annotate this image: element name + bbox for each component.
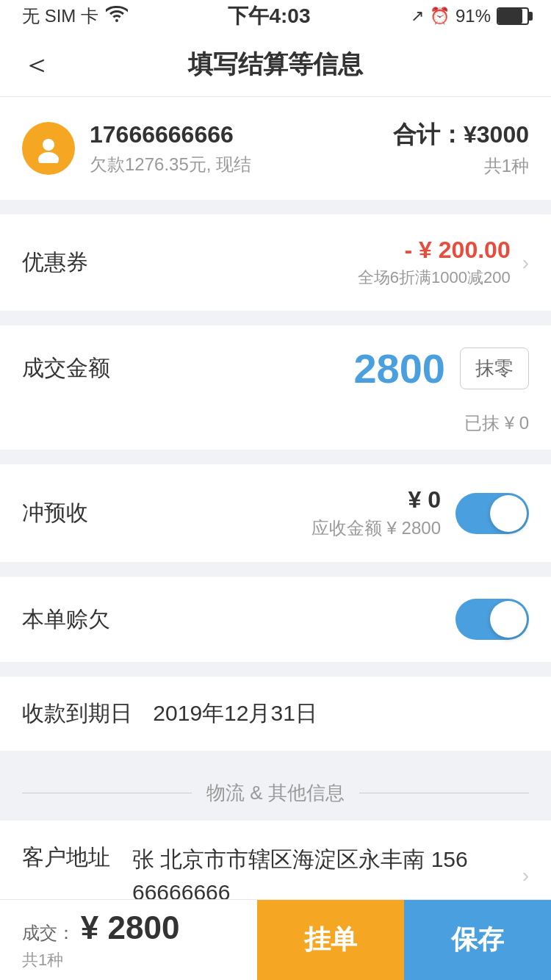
debit-label: 本单赊欠 [22,605,110,635]
address-label: 客户地址 [22,843,110,873]
bottom-bar: 成交： ¥ 2800 共1种 挂单 保存 [0,899,551,980]
bottom-count: 共1种 [22,949,235,971]
deal-amount-right: 2800 抹零 [353,347,529,389]
deal-amount-label: 成交金额 [22,353,110,383]
battery-icon [497,7,529,25]
prepay-section: 冲预收 ¥ 0 应收金额 ¥ 2800 [0,464,551,562]
prepay-amount: ¥ 0 [311,486,441,514]
logistics-divider-left [22,793,192,793]
status-left: 无 SIM 卡 [22,4,128,28]
nav-bar: ＜ 填写结算等信息 [0,32,551,97]
coupon-desc: 全场6折满1000减200 [358,267,511,289]
prepay-label: 冲预收 [22,498,88,528]
main-content: 17666666666 欠款1276.35元, 现结 合计：¥3000 共1种 … [0,97,551,980]
status-time: 下午4:03 [228,2,310,30]
due-date-value: 2019年12月31日 [153,701,317,725]
back-button[interactable]: ＜ [22,44,66,84]
save-button[interactable]: 保存 [404,900,551,981]
debit-toggle[interactable] [455,599,529,640]
svg-point-0 [43,139,54,151]
toggle-knob [490,495,527,532]
due-date-label: 收款到期日 [22,701,132,725]
prepay-row: 冲预收 ¥ 0 应收金额 ¥ 2800 [0,464,551,562]
coupon-row[interactable]: 优惠券 - ¥ 200.00 全场6折满1000减200 › [0,215,551,311]
prepay-toggle[interactable] [455,493,529,534]
bottom-info: 成交： ¥ 2800 共1种 [0,909,257,971]
prepay-amount-group: ¥ 0 应收金额 ¥ 2800 [311,486,441,540]
prepay-right: ¥ 0 应收金额 ¥ 2800 [311,486,529,540]
customer-info: 17666666666 欠款1276.35元, 现结 [90,121,251,176]
bottom-deal-label: 成交： [22,923,75,943]
due-date-row: 收款到期日 2019年12月31日 [0,677,551,751]
avatar [22,122,75,175]
customer-phone: 17666666666 [90,121,251,148]
deal-amount-sub: 已抹 ¥ 0 [0,411,551,450]
prepay-receivable: 应收金额 ¥ 2800 [311,516,441,540]
total-count: 共1种 [393,154,529,178]
coupon-discount: - ¥ 200.00 [358,237,511,264]
alarm-icon: ⏰ [430,7,450,26]
coupon-chevron-icon: › [522,251,529,275]
bottom-deal-row: 成交： ¥ 2800 [22,909,235,946]
wifi-icon [106,6,128,26]
location-icon: ↗ [411,7,424,26]
round-zero-button[interactable]: 抹零 [460,347,529,389]
page-title: 填写结算等信息 [188,48,363,82]
logistics-divider-right [359,793,529,793]
debit-toggle-knob [490,601,527,638]
coupon-right: - ¥ 200.00 全场6折满1000减200 › [358,237,529,289]
customer-debt: 欠款1276.35元, 现结 [90,153,251,176]
hang-order-button[interactable]: 挂单 [257,900,404,981]
customer-left: 17666666666 欠款1276.35元, 现结 [22,121,251,176]
battery-text: 91% [455,6,491,26]
deal-amount-row: 成交金额 2800 抹零 [0,325,551,411]
debit-row: 本单赊欠 [0,577,551,662]
carrier-text: 无 SIM 卡 [22,4,98,28]
status-bar: 无 SIM 卡 下午4:03 ↗ ⏰ 91% [0,0,551,32]
deal-amount-value: 2800 [353,348,445,389]
deal-amount-section: 成交金额 2800 抹零 已抹 ¥ 0 [0,325,551,450]
svg-point-1 [38,152,59,163]
total-amount: 合计：¥3000 [393,119,529,151]
customer-card: 17666666666 欠款1276.35元, 现结 合计：¥3000 共1种 [0,97,551,200]
bottom-deal-amount: ¥ 2800 [81,909,180,945]
coupon-label: 优惠券 [22,248,88,278]
address-chevron-icon: › [522,864,529,887]
logistics-section: 物流 & 其他信息 [0,765,551,821]
status-right: ↗ ⏰ 91% [411,6,529,26]
logistics-title: 物流 & 其他信息 [206,780,345,806]
customer-total: 合计：¥3000 共1种 [393,119,529,178]
